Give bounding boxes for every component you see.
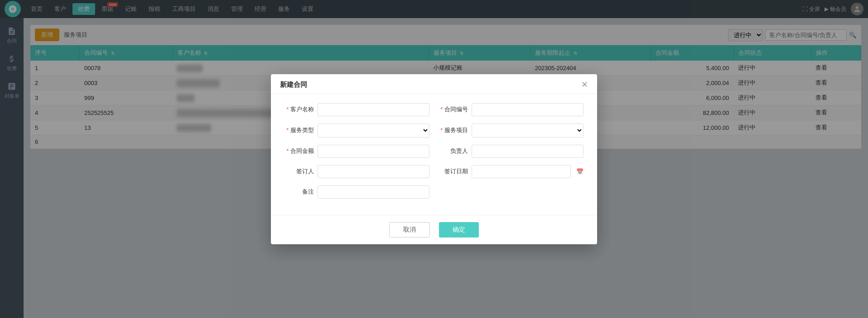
calendar-icon[interactable]: 📅: [576, 168, 583, 175]
responsible-input[interactable]: [472, 145, 583, 158]
amount-input[interactable]: 0.00: [318, 145, 429, 158]
form-group-contract-no: 合同编号: [439, 103, 583, 116]
form-row-3: 合同金额 0.00 负责人: [285, 145, 583, 158]
sign-date-label: 签订日期: [439, 167, 468, 176]
form-group-remark: 备注: [285, 185, 429, 199]
modal-body: 客户名称 合同编号 服务类型 服务项目: [271, 94, 597, 215]
remark-input[interactable]: [318, 185, 429, 199]
confirm-button[interactable]: 确定: [439, 222, 479, 237]
form-group-responsible: 负责人: [439, 145, 583, 158]
modal-footer: 取消 确定: [271, 215, 597, 244]
form-group-service-type: 服务类型: [285, 123, 429, 138]
responsible-label: 负责人: [439, 147, 468, 155]
modal-overlay: 新建合同 ✕ 客户名称 合同编号 服务类型: [0, 0, 868, 318]
sign-date-input[interactable]: 2023-06-06: [472, 165, 571, 178]
modal-title: 新建合同: [280, 81, 307, 89]
amount-label: 合同金额: [285, 147, 314, 155]
new-contract-modal: 新建合同 ✕ 客户名称 合同编号 服务类型: [271, 74, 597, 244]
signer-input[interactable]: [318, 165, 429, 178]
contract-no-label: 合同编号: [439, 105, 468, 114]
form-row-5: 备注: [285, 185, 583, 199]
form-group-sign-date: 签订日期 2023-06-06 📅: [439, 165, 583, 178]
form-row-1: 客户名称 合同编号: [285, 103, 583, 116]
form-group-signer: 签订人: [285, 165, 429, 178]
service-type-label: 服务类型: [285, 126, 314, 134]
service-type-select[interactable]: [318, 123, 429, 138]
cancel-button[interactable]: 取消: [389, 222, 430, 237]
contract-no-input[interactable]: [472, 103, 583, 116]
remark-label: 备注: [285, 188, 314, 196]
form-row-2: 服务类型 服务项目: [285, 123, 583, 138]
client-name-label: 客户名称: [285, 105, 314, 114]
service-item-label: 服务项目: [439, 126, 468, 134]
modal-close-button[interactable]: ✕: [581, 81, 588, 89]
modal-header: 新建合同 ✕: [271, 74, 597, 94]
form-group-amount: 合同金额 0.00: [285, 145, 429, 158]
signer-label: 签订人: [285, 167, 314, 176]
service-item-select[interactable]: [472, 123, 583, 138]
form-group-client: 客户名称: [285, 103, 429, 116]
form-group-service-item: 服务项目: [439, 123, 583, 138]
form-row-4: 签订人 签订日期 2023-06-06 📅: [285, 165, 583, 178]
client-name-input[interactable]: [318, 103, 429, 116]
